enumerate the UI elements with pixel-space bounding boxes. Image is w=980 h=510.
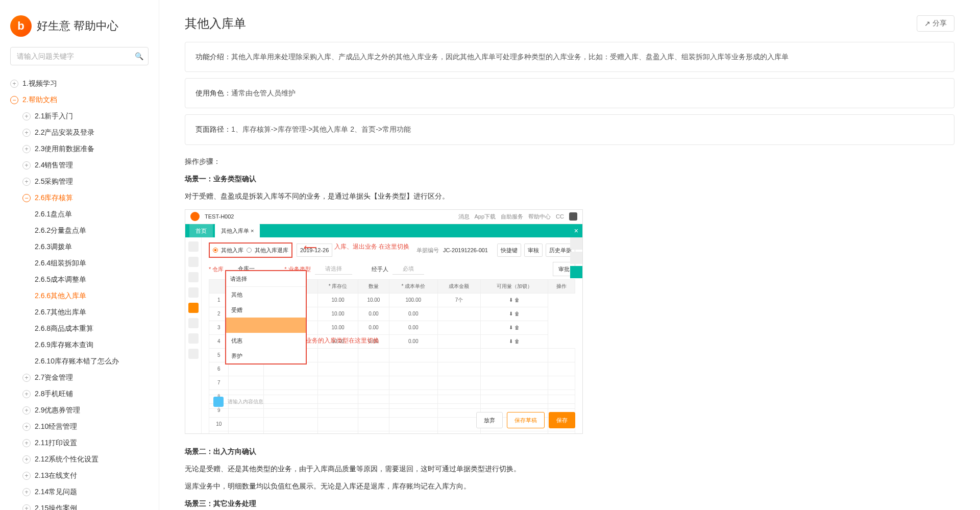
nav-item[interactable]: +2.8手机旺铺 [10,386,149,402]
row-actions[interactable]: ⬇ 🗑 [481,307,548,321]
nav-label: 2.11打印设置 [35,439,77,448]
nav-item[interactable]: +1.视频学习 [10,76,149,92]
nav-item[interactable]: −2.帮助文档 [10,92,149,108]
close-icon[interactable]: × [574,224,578,238]
share-label: 分享 [933,19,947,28]
ss-test-label: TEST-H002 [205,211,234,222]
table-row[interactable]: 7 [209,376,575,390]
nav-label: 2.6.7其他出库单 [35,308,86,317]
nav-item[interactable]: 2.6.4组装拆卸单 [10,255,149,272]
nav-item[interactable]: +2.12系统个性化设置 [10,451,149,468]
ss-side-item[interactable] [188,349,199,359]
discard-button[interactable]: 放弃 [476,412,503,428]
nav-item[interactable]: +2.2产品安装及登录 [10,125,149,141]
sidebar: b 好生意 帮助中心 🔍 +1.视频学习−2.帮助文档+2.1新手入门+2.2产… [0,0,159,510]
ss-side-item[interactable] [188,241,199,252]
path-text: 1、库存核算->库存管理->其他入库单 2、首页->常用功能 [231,125,411,133]
ss-tab-home[interactable]: 首页 [189,224,213,238]
radio-in-icon[interactable] [213,248,218,253]
plus-icon: + [22,390,31,398]
share-icon: ↗ [924,19,930,28]
save-draft-button[interactable]: 保存草稿 [507,412,545,428]
dropdown-item[interactable]: 优惠 [226,333,306,348]
intro-label: 功能介绍： [195,53,231,61]
nav-item[interactable]: 2.6.6其他入库单 [10,288,149,304]
scene3-title: 场景三：其它业务处理 [185,499,256,507]
nav-item[interactable]: +2.15操作案例 [10,500,149,510]
nav-item[interactable]: +2.4销售管理 [10,157,149,174]
nav-item[interactable]: +2.11打印设置 [10,435,149,451]
ss-side-item[interactable] [188,287,199,298]
ss-menu-item[interactable]: 帮助中心 [528,211,551,222]
ss-header: TEST-H002 消息App下载自助服务帮助中心CC [185,210,582,224]
dropdown-search[interactable]: 请选择 [226,271,306,287]
nav-label: 1.视频学习 [22,79,57,88]
rightbar-item[interactable] [570,266,582,278]
ss-side-item[interactable] [188,318,199,328]
ss-side-item[interactable] [188,333,199,344]
ss-menu-item[interactable]: App下载 [475,211,496,222]
nav-item[interactable]: +2.9优惠券管理 [10,402,149,419]
nav-label: 2.6.3调拨单 [35,242,72,252]
ss-side-item[interactable] [188,257,199,267]
rightbar-item[interactable] [570,237,582,250]
nav-item[interactable]: +2.1新手入门 [10,108,149,125]
person-label: 经手人 [372,263,388,275]
page-header: 其他入库单 ↗ 分享 [185,15,954,32]
ss-menu-item[interactable]: 自助服务 [501,211,523,222]
radio-out-label: 其他入库退库 [255,245,288,256]
share-button[interactable]: ↗ 分享 [917,15,954,32]
embedded-screenshot: TEST-H002 消息App下载自助服务帮助中心CC 首页 其他入库单 × × [185,209,583,434]
toolbar-button[interactable]: 快捷键 [497,244,521,257]
nav-label: 2.2产品安装及登录 [35,128,94,137]
nav-item[interactable]: 2.6.3调拨单 [10,239,149,255]
row-actions[interactable]: ⬇ 🗑 [481,334,548,348]
dropdown-item[interactable]: 其他 [226,287,306,302]
search-input[interactable] [10,47,149,65]
nav-label: 2.6.6其他入库单 [35,292,86,301]
nav-item[interactable]: +2.13在线支付 [10,468,149,484]
radio-out-icon[interactable] [247,248,252,253]
nav-item[interactable]: +2.5采购管理 [10,174,149,190]
row-actions[interactable]: ⬇ 🗑 [481,321,548,334]
nav-item[interactable]: 2.6.2分量盘点单 [10,223,149,239]
role-text: 通常由仓管人员维护 [231,89,296,97]
row-actions[interactable]: ⬇ 🗑 [481,293,548,307]
nav-item[interactable]: 2.6.7其他出库单 [10,304,149,321]
save-button[interactable]: 保存 [549,412,575,428]
nav-item[interactable]: −2.6库存核算 [10,190,149,206]
nav-item[interactable]: 2.6.5成本调整单 [10,272,149,288]
nav-label: 2.6库存核算 [35,193,73,203]
rightbar-item[interactable] [570,252,582,264]
nav-item[interactable]: 2.6.8商品成本重算 [10,321,149,337]
nav-item[interactable]: +2.3使用前数据准备 [10,141,149,157]
table-header: * 成本单价 [389,279,437,293]
plus-icon: + [22,472,31,480]
nav-item[interactable]: 2.6.9库存账本查询 [10,337,149,353]
logo-icon: b [10,15,32,37]
arrow-icon: ⟵ [304,238,317,257]
minus-icon: − [10,96,18,104]
ss-type-redbox: 其他入库 其他入库退库 [209,242,292,258]
nav-item[interactable]: +2.14常见问题 [10,484,149,500]
toolbar-button[interactable]: 审核 [524,244,543,257]
dropdown-item[interactable]: 养护 [226,348,306,363]
memo-field[interactable]: 请输入内容信息 [209,395,575,409]
nav-item[interactable]: 2.6.10库存账本错了怎么办 [10,353,149,370]
nav-label: 2.6.10库存账本错了怎么办 [35,357,119,366]
ss-menu-item[interactable]: 消息 [458,211,470,222]
nav-item[interactable]: +2.7资金管理 [10,370,149,386]
role-box: 使用角色：通常由仓管人员维护 [185,78,954,108]
ss-side-item[interactable] [188,272,199,282]
ss-tab-main[interactable]: 其他入库单 × [215,224,260,238]
doc-no-value: JC-20191226-001 [443,245,488,256]
nav-item[interactable]: +2.10经营管理 [10,419,149,435]
nav-item[interactable]: 2.6.1盘点单 [10,206,149,223]
person-value[interactable]: 必填 [393,263,424,275]
ss-menu-item[interactable]: CC [556,211,564,222]
table-row[interactable]: 11 [209,431,575,434]
type-value[interactable]: 请选择 [315,263,352,275]
dropdown-item[interactable] [226,318,306,333]
ss-side-item-active[interactable] [188,303,199,313]
dropdown-item[interactable]: 受赠 [226,302,306,318]
